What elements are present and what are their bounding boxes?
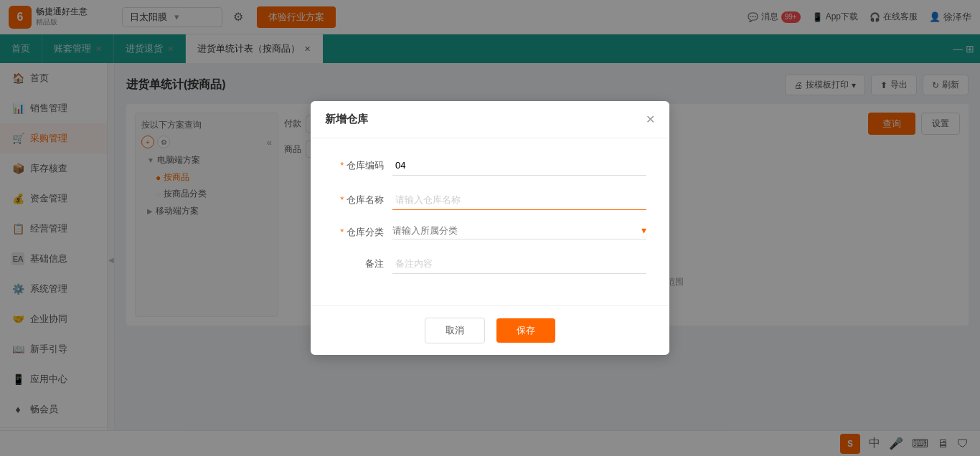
modal-footer: 取消 保存 <box>311 305 669 355</box>
category-label: 仓库分类 <box>334 226 384 239</box>
modal-overlay: 新增仓库 ✕ 仓库编码 仓库名称 仓库分类 ▾ 备注 <box>0 0 980 456</box>
modal-body: 仓库编码 仓库名称 仓库分类 ▾ 备注 <box>311 138 669 305</box>
warehouse-code-input[interactable] <box>392 156 646 176</box>
cancel-button[interactable]: 取消 <box>425 318 485 343</box>
note-input[interactable] <box>392 254 646 274</box>
form-row-note: 备注 <box>334 254 646 274</box>
modal-close-button[interactable]: ✕ <box>646 113 655 126</box>
category-select-wrapper: ▾ <box>392 224 646 239</box>
category-input[interactable] <box>392 225 641 236</box>
code-label: 仓库编码 <box>334 159 384 172</box>
form-row-name: 仓库名称 <box>334 190 646 210</box>
warehouse-name-input[interactable] <box>392 190 646 210</box>
modal-title: 新增仓库 <box>325 113 368 126</box>
save-button[interactable]: 保存 <box>496 318 555 343</box>
form-row-code: 仓库编码 <box>334 156 646 176</box>
name-label: 仓库名称 <box>334 194 384 206</box>
note-label: 备注 <box>334 257 384 270</box>
modal-header: 新增仓库 ✕ <box>311 101 669 138</box>
category-dropdown-arrow-icon[interactable]: ▾ <box>641 224 646 236</box>
form-row-category: 仓库分类 ▾ <box>334 224 646 239</box>
new-warehouse-modal: 新增仓库 ✕ 仓库编码 仓库名称 仓库分类 ▾ 备注 <box>311 101 669 355</box>
